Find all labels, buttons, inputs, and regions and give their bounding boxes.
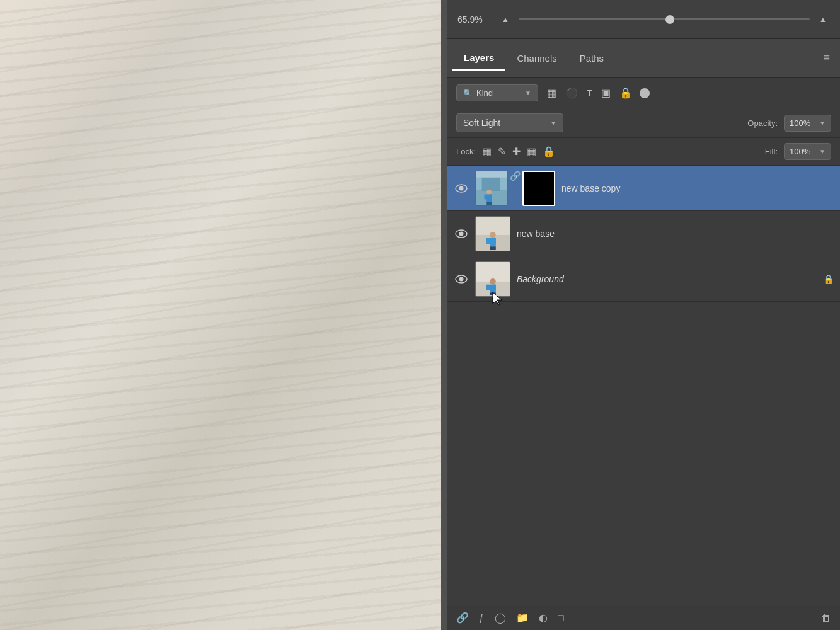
svg-rect-19 — [492, 238, 496, 244]
tab-channels[interactable]: Channels — [505, 47, 568, 70]
kind-dropdown-arrow: ▼ — [525, 89, 531, 96]
layer-visibility-background[interactable] — [454, 272, 469, 287]
lock-artboard-icon[interactable]: ▦ — [527, 146, 536, 158]
layers-toolbar: 🔗 ƒ ◯ 📁 ◐ □ 🗑 — [447, 605, 840, 630]
svg-point-23 — [459, 277, 464, 281]
svg-rect-21 — [493, 246, 496, 250]
filter-color-icon[interactable] — [640, 88, 650, 98]
panel-menu-icon[interactable]: ≡ — [818, 49, 835, 67]
tab-bar: Layers Channels Paths ≡ — [447, 39, 840, 78]
lock-position-icon[interactable]: ✚ — [512, 146, 521, 158]
layers-panel: Layers Channels Paths ≡ 🔍 Kind ▼ ▦ ⚫ T ▣ — [447, 39, 840, 630]
svg-point-26 — [490, 278, 496, 285]
zoom-out-button[interactable]: ▲ — [498, 13, 512, 26]
kind-filter-label: Kind — [476, 88, 493, 98]
zoom-value: 65.9% — [457, 14, 492, 25]
link-layers-button[interactable]: 🔗 — [454, 610, 471, 625]
svg-rect-10 — [486, 202, 489, 205]
svg-point-13 — [459, 231, 464, 236]
svg-rect-30 — [490, 292, 493, 295]
delete-layer-button[interactable]: 🗑 — [819, 611, 834, 625]
blend-mode-label: Soft Light — [463, 118, 500, 128]
layer-visibility-new-base-copy[interactable] — [454, 181, 469, 196]
fill-arrow: ▼ — [819, 148, 826, 155]
zoom-slider-thumb — [665, 15, 674, 24]
opacity-input[interactable]: 100% ▼ — [784, 115, 831, 132]
blend-row: Soft Light ▼ Opacity: 100% ▼ — [447, 108, 840, 138]
layer-thumb-background — [475, 261, 510, 297]
add-style-button[interactable]: ƒ — [476, 611, 487, 625]
filter-type-icon[interactable]: T — [585, 86, 594, 100]
filter-adjustment-icon[interactable]: ⚫ — [564, 86, 579, 100]
add-mask-button[interactable]: ◯ — [492, 610, 509, 625]
tab-layers[interactable]: Layers — [452, 46, 505, 71]
new-layer-button[interactable]: □ — [555, 611, 567, 625]
svg-rect-29 — [492, 284, 496, 290]
layer-item-new-base[interactable]: new base — [447, 211, 840, 256]
svg-rect-18 — [486, 238, 490, 244]
svg-point-6 — [486, 189, 492, 194]
lock-pixels-icon[interactable]: ✎ — [498, 146, 506, 158]
blend-mode-dropdown[interactable]: Soft Light ▼ — [456, 113, 563, 132]
fill-value-text: 100% — [790, 147, 810, 156]
svg-point-1 — [459, 186, 464, 190]
svg-rect-28 — [486, 284, 490, 290]
kind-filter-dropdown[interactable]: 🔍 Kind ▼ — [456, 84, 538, 101]
fill-input[interactable]: 100% ▼ — [784, 143, 831, 160]
layer-thumb-pair-new-base-copy: 🔗 — [475, 171, 555, 206]
opacity-label: Opacity: — [747, 118, 778, 128]
layer-visibility-new-base[interactable] — [454, 226, 469, 241]
layers-empty-area — [447, 386, 840, 605]
opacity-value-text: 100% — [790, 118, 810, 128]
filter-icons-group: ▦ ⚫ T ▣ 🔒 — [546, 86, 650, 100]
new-adjustment-button[interactable]: ◐ — [536, 610, 550, 625]
right-panel: 65.9% ▲ ▲ Layers Channels Paths ≡ 🔍 Kind… — [447, 0, 840, 630]
svg-rect-11 — [489, 202, 492, 205]
svg-rect-8 — [484, 194, 487, 199]
lock-row: Lock: ▦ ✎ ✚ ▦ 🔒 Fill: 100% ▼ — [447, 138, 840, 166]
lock-transparency-icon[interactable]: ▦ — [482, 146, 492, 158]
zoom-slider-track — [519, 18, 810, 20]
layer-thumb-image-new-base-copy — [475, 171, 508, 206]
canvas-area — [0, 0, 441, 630]
panel-divider — [441, 0, 447, 630]
blend-mode-arrow: ▼ — [550, 120, 556, 127]
layer-name-new-base-copy: new base copy — [561, 183, 834, 193]
zoom-in-button[interactable]: ▲ — [816, 13, 830, 26]
search-icon: 🔍 — [463, 89, 473, 98]
layer-item-background[interactable]: Background 🔒 — [447, 256, 840, 302]
filter-pixel-icon[interactable]: ▦ — [546, 86, 558, 100]
layer-item-new-base-copy[interactable]: 🔗 new base copy — [447, 166, 840, 211]
zoom-slider[interactable] — [519, 18, 810, 20]
lock-icons-group: ▦ ✎ ✚ ▦ 🔒 — [482, 146, 555, 158]
filter-bar: 🔍 Kind ▼ ▦ ⚫ T ▣ 🔒 — [447, 78, 840, 108]
layer-name-background: Background — [517, 274, 817, 284]
layer-chain-icon: 🔗 — [510, 171, 521, 206]
layer-lock-background-icon: 🔒 — [823, 274, 834, 284]
svg-rect-9 — [488, 194, 492, 199]
opacity-arrow: ▼ — [819, 120, 826, 127]
filter-smart-icon[interactable]: 🔒 — [618, 86, 633, 100]
lock-label: Lock: — [456, 147, 476, 156]
fill-label: Fill: — [765, 147, 778, 156]
svg-point-16 — [490, 232, 496, 238]
new-group-button[interactable]: 📁 — [514, 610, 531, 625]
layers-list: 🔗 new base copy — [447, 166, 840, 386]
svg-rect-5 — [476, 171, 507, 178]
layer-thumb-new-base — [475, 216, 510, 251]
layer-name-new-base: new base — [517, 229, 834, 239]
filter-shape-icon[interactable]: ▣ — [600, 86, 612, 100]
layer-thumb-mask-new-base-copy — [522, 171, 555, 206]
lock-all-icon[interactable]: 🔒 — [543, 146, 555, 158]
svg-rect-31 — [493, 292, 496, 295]
tab-paths[interactable]: Paths — [568, 47, 615, 70]
svg-rect-4 — [482, 177, 500, 190]
svg-rect-20 — [490, 246, 493, 250]
zoom-bar: 65.9% ▲ ▲ — [447, 0, 840, 39]
